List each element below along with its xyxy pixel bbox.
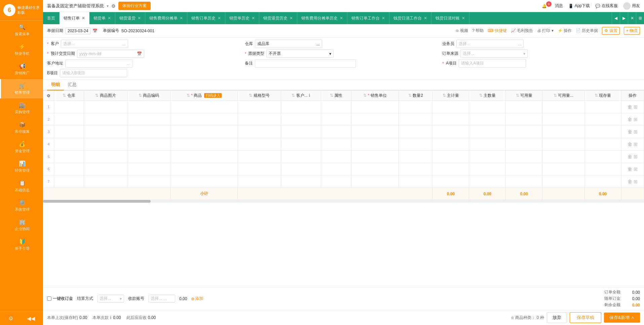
tab-close-icon[interactable]: ✕ <box>290 16 293 21</box>
save-draft-button[interactable]: 保存草稿 <box>570 312 601 323</box>
sidebar-item-basic-info[interactable]: 📋 基础信息 <box>0 176 43 196</box>
tab-close-icon[interactable]: ✕ <box>218 16 221 21</box>
operations-btn[interactable]: ⚡ 操作 <box>558 28 572 34</box>
tab-close-icon[interactable]: ✕ <box>340 16 343 21</box>
online-service-btn[interactable]: 💬 在线客服 <box>595 3 618 9</box>
sidebar-item-marketing[interactable]: 📢 营销推广 <box>0 59 43 79</box>
tab-sales-refund[interactable]: 销货退货 ✕ <box>115 12 145 24</box>
sidebar-item-search[interactable]: 🔍 搜索菜单 <box>0 21 43 40</box>
copy-icon[interactable]: ⊞ <box>634 104 638 110</box>
delete-icon[interactable]: 🗑 <box>628 154 632 159</box>
tab-close-icon[interactable]: ✕ <box>424 16 427 21</box>
delete-icon[interactable]: 🗑 <box>628 129 632 134</box>
tab-close-icon[interactable]: ✕ <box>252 16 255 21</box>
tab-sales-refund-history[interactable]: 销货退货历史 ✕ <box>259 12 297 24</box>
tab-next-btn[interactable]: ▶ <box>620 12 628 24</box>
tab-sales-return[interactable]: 销货单 ✕ <box>89 12 115 24</box>
remaining-label: 剩余金额 <box>604 302 620 308</box>
video-btn[interactable]: ⊙ 视频 <box>456 28 468 34</box>
salesperson-input[interactable]: 选择... ... <box>456 40 524 48</box>
sidebar-item-operations[interactable]: 📊 经营管理 <box>0 157 43 176</box>
sidebar-item-purchase[interactable]: 🏬 采购管理 <box>0 98 43 118</box>
horizontal-scrollbar[interactable] <box>43 200 644 203</box>
tab-close-icon[interactable]: ✕ <box>462 16 465 21</box>
warehouse-input[interactable]: 成品库 ... <box>255 40 322 48</box>
column-settings-icon[interactable]: ⚙ <box>47 93 50 98</box>
save-new-button[interactable]: 保存&新增 ∧ <box>604 313 640 323</box>
settings-panel-btn[interactable]: ⚙ 设置 <box>602 27 619 35</box>
copy-icon[interactable]: ⊞ <box>634 166 638 172</box>
tab-summary[interactable]: 汇总 <box>64 80 81 90</box>
tab-sales-expense-split[interactable]: 销售费用分摊单 ✕ <box>145 12 187 24</box>
copy-icon[interactable]: ⊞ <box>634 117 638 122</box>
add-payment-btn[interactable]: ⊕ 添加 <box>191 296 203 301</box>
delete-icon[interactable]: 🗑 <box>628 117 632 122</box>
tab-home[interactable]: 首页 <box>43 12 60 24</box>
tab-expand-btn[interactable]: ⊞ <box>636 12 644 24</box>
sidebar-item-system[interactable]: ⚙️ 系统管理 <box>0 196 43 215</box>
tab-menu-btn[interactable]: ✕ <box>628 12 636 24</box>
app-download-btn[interactable]: 📱 App下载 <box>568 3 590 9</box>
copy-icon[interactable]: ⊞ <box>634 141 638 147</box>
sidebar-item-finance[interactable]: 💰 资金管理 <box>0 137 43 157</box>
date-value[interactable]: 2023-03-24 <box>65 28 90 34</box>
trial-button[interactable]: 体验行业方案 <box>118 2 151 10</box>
delete-icon[interactable]: 🗑 <box>628 166 632 172</box>
invoice-select[interactable]: 不开票 ▾ <box>266 49 334 58</box>
message-btn[interactable]: 🔔 9 消息 <box>542 3 563 9</box>
tab-sales-order-history[interactable]: 销售订单历史 ✕ <box>187 12 225 24</box>
add-logistics-btn[interactable]: + 物流 <box>624 27 640 35</box>
history-btn[interactable]: 📄 历史单据 <box>576 28 598 34</box>
delete-icon[interactable]: 🗑 <box>628 179 632 184</box>
customer-input[interactable]: 选择... ... <box>61 40 128 48</box>
address-input[interactable]: ... <box>65 59 132 68</box>
sidebar-item-quick-nav[interactable]: ⚡ 快捷导航 <box>0 40 43 59</box>
tab-close-icon[interactable]: ✕ <box>180 16 183 21</box>
print-btn[interactable]: 🖨 打印 ▾ <box>537 28 554 34</box>
a-project-input[interactable]: 请输入A项目 <box>459 59 526 68</box>
tab-prev-btn[interactable]: ◀ <box>612 12 620 24</box>
tab-detail[interactable]: 明细 <box>47 80 64 90</box>
copy-icon[interactable]: ⊞ <box>634 179 638 184</box>
tab-close-icon[interactable]: ✕ <box>82 16 85 21</box>
scrollbar-thumb[interactable] <box>43 200 151 203</box>
delivery-input[interactable]: yyyy-mm-dd 📅 <box>77 50 144 58</box>
copy-icon[interactable]: ⊞ <box>634 154 638 159</box>
tab-close-icon[interactable]: ✕ <box>382 16 385 21</box>
order-source-input[interactable]: 选择... ▾ <box>460 49 528 58</box>
help-btn[interactable]: ? 帮助 <box>472 28 484 34</box>
should-collect-value: 0.00 <box>148 315 156 320</box>
discard-button[interactable]: 放弃 <box>547 312 567 323</box>
sidebar-item-enterprise[interactable]: 🏢 企业协同 <box>0 215 43 235</box>
payment-method-select[interactable]: 选择... ▾ <box>97 295 124 302</box>
delete-icon[interactable]: 🗑 <box>628 104 632 110</box>
tab-cash-daily[interactable]: 钱货日清工作台 ✕ <box>389 12 431 24</box>
one-click-payment[interactable]: 一键收订金 <box>47 296 73 301</box>
user-btn[interactable]: 用友 <box>623 2 640 10</box>
copy-icon[interactable]: ⊞ <box>634 129 638 134</box>
delete-icon[interactable]: 🗑 <box>628 141 632 147</box>
customer-label: 客户 <box>51 41 59 47</box>
tab-sales-workbench[interactable]: 销售订单工作台 ✕ <box>347 12 389 24</box>
collapse-icon[interactable]: ◀◀ <box>27 315 35 322</box>
tab-cash-reconcile[interactable]: 钱货日清对账 ✕ <box>431 12 469 24</box>
sidebar-item-inventory[interactable]: 📦 库存核算 <box>0 118 43 137</box>
profit-btn[interactable]: 📈 毛利预告 <box>511 28 533 34</box>
b-project-input[interactable]: 请输入B项目 <box>60 69 127 77</box>
calendar-icon[interactable]: 📅 <box>92 29 98 33</box>
tab-close-icon[interactable]: ✕ <box>138 16 141 21</box>
one-click-checkbox[interactable] <box>47 296 51 301</box>
scan-btn[interactable]: 扫码录入 <box>204 93 222 98</box>
tab-sales-return-history[interactable]: 销货单历史 ✕ <box>225 12 259 24</box>
remarks-input[interactable] <box>255 59 356 68</box>
account-select[interactable]: 选择... ... <box>148 295 175 302</box>
settings-icon[interactable]: ⚙ <box>111 3 116 9</box>
tab-close-icon[interactable]: ✕ <box>108 16 111 21</box>
col-settings[interactable]: ⚙ <box>43 91 54 101</box>
shortcut-btn[interactable]: ⌨ 快捷键 <box>488 28 506 34</box>
sidebar-item-sales[interactable]: 🛒 销售管理 <box>0 79 43 98</box>
sidebar-item-guide[interactable]: 🔰 新手引导 <box>0 235 43 254</box>
settings-icon[interactable]: ⚙ <box>8 315 13 322</box>
tab-sales-order[interactable]: 销售订单 ✕ <box>60 12 89 24</box>
tab-sales-expense-history[interactable]: 销售费用分摊单历史 ✕ <box>297 12 347 24</box>
